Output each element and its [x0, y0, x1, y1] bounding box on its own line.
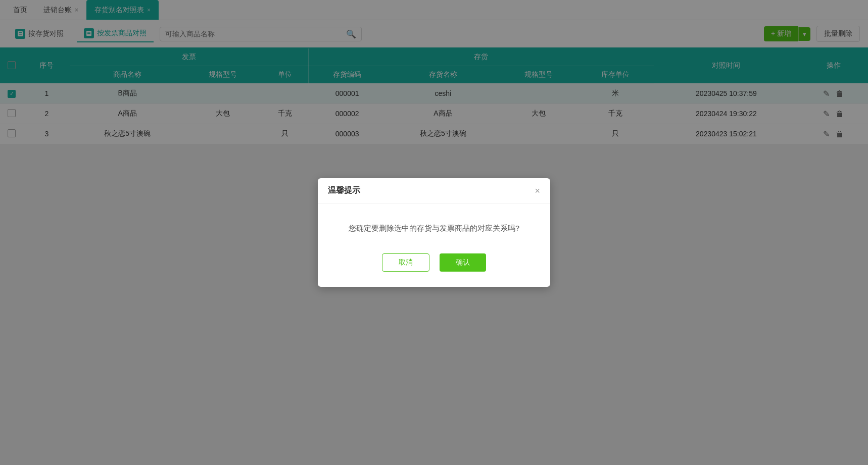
dialog-overlay: 温馨提示 × 您确定要删除选中的存货与发票商品的对应关系吗? 取消 确认 — [0, 0, 868, 144]
